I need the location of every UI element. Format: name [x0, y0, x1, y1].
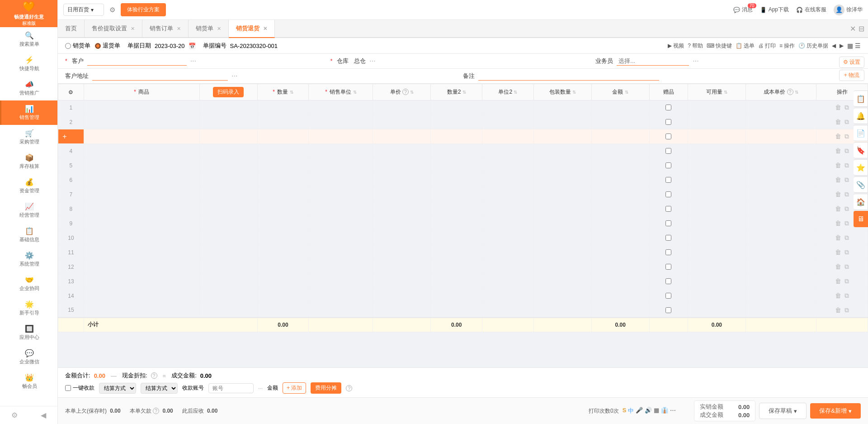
avail-sort-icon[interactable]: ⇅: [724, 90, 727, 95]
tab-sales-order[interactable]: 销售订单 ✕: [142, 19, 189, 38]
discount-info-icon[interactable]: ?: [151, 372, 157, 379]
sidebar-item-system[interactable]: ⚙️ 系统管理: [0, 247, 57, 272]
shortcut-btn[interactable]: ⌨ 快捷键: [707, 42, 732, 50]
tab-price-close-icon[interactable]: ✕: [131, 19, 135, 38]
grid-view-icon[interactable]: ▦: [847, 42, 853, 49]
sidebar-item-appcenter[interactable]: 🔲 应用中心: [0, 320, 57, 345]
expense-info-icon[interactable]: ?: [346, 385, 352, 391]
topnav-gear-icon[interactable]: ⚙: [108, 4, 117, 16]
goods-cell[interactable]: [84, 115, 199, 129]
copy-row-btn-12[interactable]: ⧉: [844, 262, 850, 272]
sidebar-item-newbie[interactable]: 🌟 新手引导: [0, 296, 57, 320]
tab-close-all-icon[interactable]: ✕: [850, 24, 856, 33]
copy-row-btn-15[interactable]: ⧉: [844, 305, 850, 315]
delete-row-btn-12[interactable]: 🗑: [834, 262, 842, 271]
sidebar-item-wechat[interactable]: 💬 企业微信: [0, 345, 57, 369]
one-key-input[interactable]: [65, 385, 71, 391]
delete-row-btn-1[interactable]: 🗑: [834, 103, 842, 112]
user-profile-btn[interactable]: 👤 徐泽华: [834, 5, 863, 15]
sidebar-item-search[interactable]: 🔍 搜索菜单: [0, 27, 57, 52]
operation-btn[interactable]: ≡ 操作: [779, 42, 795, 50]
account-input[interactable]: [208, 383, 254, 393]
cost-info-icon[interactable]: ?: [787, 89, 793, 95]
settle-method-select[interactable]: 结算方式: [99, 383, 136, 394]
warehouse-more-icon[interactable]: ···: [369, 57, 375, 65]
gift-checkbox-14[interactable]: [665, 293, 671, 299]
debt-info-icon[interactable]: ?: [153, 408, 159, 414]
save-draft-btn[interactable]: 保存草稿 ▾: [759, 403, 807, 419]
delete-row-btn-4[interactable]: 🗑: [834, 146, 842, 155]
help-btn[interactable]: ? 帮助: [688, 42, 703, 50]
sidebar-item-quicknav[interactable]: ⚡ 快捷导航: [0, 52, 57, 76]
copy-row-btn-6[interactable]: ⧉: [844, 175, 850, 185]
goods-cell[interactable]: [84, 100, 199, 115]
copy-row-btn-14[interactable]: ⧉: [844, 291, 850, 300]
sidebar-item-basic[interactable]: 📋 基础信息: [0, 223, 57, 247]
unit2-sort-icon[interactable]: ⇅: [514, 90, 517, 95]
calc-method-select[interactable]: 结算方式: [141, 383, 178, 394]
copy-row-btn-8[interactable]: ⧉: [844, 204, 850, 214]
right-btn-notify[interactable]: 🔔: [854, 108, 868, 124]
history-btn[interactable]: 🕐 历史单据: [798, 42, 828, 50]
amount-sort-icon[interactable]: ⇅: [625, 90, 628, 95]
qty-sort-icon[interactable]: ⇅: [290, 90, 293, 95]
price-sort-icon[interactable]: ⇅: [410, 90, 414, 95]
settings-side-btn[interactable]: ⚙ 设置: [839, 57, 864, 68]
gift-checkbox-7[interactable]: [665, 191, 671, 197]
goods-cell[interactable]: [84, 187, 199, 202]
right-btn-doc[interactable]: 📄: [854, 125, 868, 141]
copy-row-btn-11[interactable]: ⧉: [844, 248, 850, 257]
gift-checkbox-12[interactable]: [665, 264, 671, 270]
industry-select[interactable]: 日用百货 ▾: [63, 4, 104, 16]
radio-return[interactable]: 退货单: [95, 42, 120, 50]
customer-input[interactable]: [87, 57, 187, 66]
goods-cell[interactable]: [84, 129, 199, 144]
cost-sort-icon[interactable]: ⇅: [795, 90, 798, 95]
goods-cell[interactable]: [84, 274, 199, 289]
goods-cell[interactable]: [84, 260, 199, 274]
select-btn[interactable]: 📋 选单: [736, 42, 755, 50]
gift-checkbox-1[interactable]: [665, 105, 671, 110]
goods-cell[interactable]: [84, 289, 199, 303]
expense-btn[interactable]: 费用分摊: [311, 382, 341, 394]
gift-checkbox-10[interactable]: [665, 235, 671, 241]
copy-row-btn-9[interactable]: ⧉: [844, 219, 850, 228]
gift-checkbox-5[interactable]: [665, 162, 671, 168]
delete-row-btn-5[interactable]: 🗑: [834, 161, 842, 170]
delete-row-btn-13[interactable]: 🗑: [834, 276, 842, 286]
right-btn-detail[interactable]: 📋: [854, 91, 868, 107]
gift-checkbox-9[interactable]: [665, 220, 671, 226]
goods-cell[interactable]: [84, 158, 199, 173]
goods-cell[interactable]: [84, 202, 199, 216]
gift-checkbox-3[interactable]: [665, 133, 671, 139]
unit-sort-icon[interactable]: ⇅: [353, 90, 357, 95]
customer-more-icon[interactable]: ···: [190, 57, 196, 65]
gift-checkbox-11[interactable]: [665, 249, 671, 255]
radio-return-input[interactable]: [95, 43, 101, 49]
remarks-input[interactable]: [478, 71, 659, 81]
delete-row-btn-9[interactable]: 🗑: [834, 219, 842, 228]
copy-row-btn-13[interactable]: ⧉: [844, 276, 850, 286]
gift-checkbox-8[interactable]: [665, 206, 671, 212]
address-input[interactable]: [92, 71, 228, 81]
tab-menu-icon[interactable]: ⊟: [859, 24, 864, 33]
copy-row-btn-10[interactable]: ⧉: [844, 233, 850, 243]
experience-btn[interactable]: 体验行业方案: [121, 3, 166, 16]
sidebar-item-operations[interactable]: 📈 经营管理: [0, 198, 57, 223]
goods-cell[interactable]: [84, 303, 199, 318]
delete-row-btn-14[interactable]: 🗑: [834, 291, 842, 300]
logistics-btn[interactable]: + 物流: [839, 70, 864, 81]
right-btn-attach[interactable]: 📎: [854, 176, 868, 193]
tab-sale-slip[interactable]: 销货单 ✕: [189, 19, 229, 38]
video-btn[interactable]: ▶ 视频: [668, 42, 684, 50]
list-view-icon[interactable]: ☰: [855, 42, 861, 49]
nav-next-icon[interactable]: ▶: [840, 43, 844, 49]
delete-row-btn-10[interactable]: 🗑: [834, 233, 842, 242]
sidebar-item-member[interactable]: 👑 畅会员: [0, 369, 57, 394]
nav-prev-icon[interactable]: ◀: [832, 43, 836, 49]
gift-checkbox-15[interactable]: [665, 307, 671, 313]
sidebar-item-finance[interactable]: 💰 资金管理: [0, 174, 57, 198]
goods-cell[interactable]: [84, 144, 199, 158]
copy-row-btn-7[interactable]: ⧉: [844, 190, 850, 199]
message-btn[interactable]: 💬 消息 70: [733, 6, 753, 14]
